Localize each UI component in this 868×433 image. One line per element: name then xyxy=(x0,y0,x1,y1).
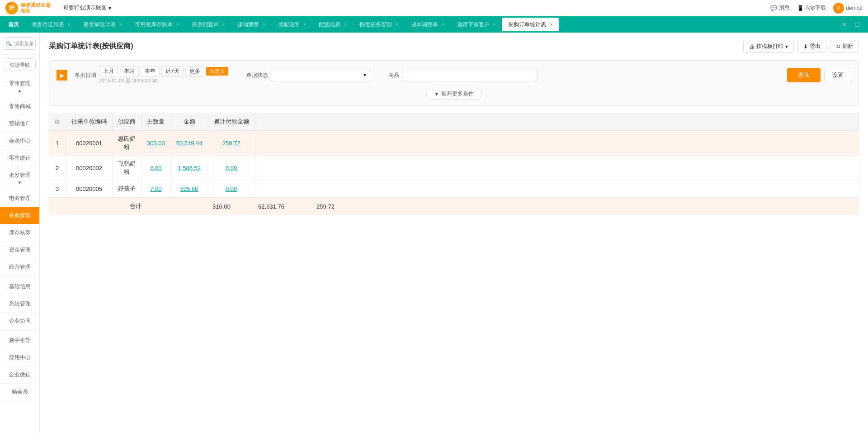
close-icon[interactable]: × xyxy=(68,22,71,27)
filter-toggle-btn[interactable]: ▶ xyxy=(57,70,67,81)
row-quantity-3: 7.00 xyxy=(142,181,171,197)
filter-this-year-btn[interactable]: 本年 xyxy=(141,66,160,76)
footer-quantity: 316.00 xyxy=(199,203,244,210)
chevron-down-icon: ▼ xyxy=(18,180,22,185)
maximize-btn[interactable]: □ xyxy=(852,19,863,30)
close-icon[interactable]: × xyxy=(222,22,225,27)
user-menu[interactable]: D demo2 xyxy=(833,3,863,14)
tab-peizhi[interactable]: 配置信息 × xyxy=(312,18,353,31)
table-header-row: ⚙ 往来单位编码 供应商 主数量 金额 累计付款金额 xyxy=(49,113,859,131)
close-icon[interactable]: × xyxy=(119,22,122,27)
template-print-btn[interactable]: 🖨 按模板打印 ▾ xyxy=(743,40,794,53)
settings-icon[interactable]: ⚙ xyxy=(54,118,60,125)
close-icon[interactable]: × xyxy=(550,22,552,27)
tab-gongneng[interactable]: 功能说明 × xyxy=(272,18,312,31)
row-supplier-1: 惠氏奶粉 xyxy=(113,131,142,156)
tab-shoufahui[interactable]: 收发存汇总表 × xyxy=(25,18,77,31)
sidebar-search-area: 🔍 搜索菜单 xyxy=(0,33,39,55)
close-icon[interactable]: × xyxy=(493,22,496,27)
close-icon[interactable]: × xyxy=(442,22,444,27)
row-code-1: 00020001 xyxy=(66,131,113,156)
export-btn[interactable]: ⬇ 导出 xyxy=(797,40,826,53)
table-container: ⚙ 往来单位编码 供应商 主数量 金额 累计付款金额 1 xyxy=(49,113,859,215)
main-layout: 🔍 搜索菜单 快捷导航 零售管理 ▲ 零售商城 营销推广 会员中心 零售统计 批… xyxy=(0,33,868,433)
row-paid-2: 0.00 xyxy=(208,156,255,181)
filter-status-item: 单据状态 ▾ xyxy=(246,69,370,81)
sidebar: 🔍 搜索菜单 快捷导航 零售管理 ▲ 零售商城 营销推广 会员中心 零售统计 批… xyxy=(0,33,40,433)
sidebar-item-caigougl[interactable]: 采购管理 xyxy=(0,207,39,224)
row-extra-1 xyxy=(255,131,859,156)
row-index-3: 3 xyxy=(49,181,66,197)
filter-goods-input[interactable]: ... xyxy=(402,69,538,81)
tab-keyong[interactable]: 可用量库存账本 × xyxy=(128,18,185,31)
close-icon[interactable]: × xyxy=(263,22,265,27)
footer-amount: 62,631.76 xyxy=(244,203,298,210)
close-icon[interactable]: × xyxy=(396,22,398,27)
tab-caigou[interactable]: 采购订单统计表 × xyxy=(502,18,559,31)
sidebar-item-huiyuan[interactable]: 会员中心 xyxy=(0,133,39,150)
filter-dates: 上月 本月 本年 近7天 更多 自定义 xyxy=(99,66,228,76)
sidebar-item-diandian[interactable]: 电商管理 xyxy=(0,190,39,207)
sidebar-item-xinshou[interactable]: 新手引导 xyxy=(0,332,39,349)
nav-tabs: 首页 收发存汇总表 × 要货单统计表 × 可用量库存账本 × 保质期查询 × 超… xyxy=(0,16,868,33)
tab-chengben[interactable]: 成本调整单 × xyxy=(405,18,451,31)
nav-tabs-end: × □ xyxy=(835,19,866,30)
quick-nav-btn[interactable]: 快捷导航 xyxy=(4,58,36,71)
data-table: ⚙ 往来单位编码 供应商 主数量 金额 累计付款金额 1 xyxy=(49,113,859,197)
sidebar-item-pifa[interactable]: 批发管理 ▼ xyxy=(0,167,39,190)
filter-this-month-btn[interactable]: 本月 xyxy=(120,66,139,76)
tab-zhiyun[interactable]: 拣货任务管理 × xyxy=(353,18,405,31)
refresh-btn[interactable]: ↻ 刷新 xyxy=(830,40,859,53)
sidebar-item-jingying[interactable]: 经营管理 xyxy=(0,259,39,276)
sidebar-item-weixin[interactable]: 企业微信 xyxy=(0,366,39,384)
query-btn[interactable]: 查询 xyxy=(787,68,821,82)
sidebar-item-yingxiao[interactable]: 营销推广 xyxy=(0,115,39,133)
chevron-down-icon: ▾ xyxy=(108,5,111,11)
tab-yaohuo[interactable]: 要货单统计表 × xyxy=(77,18,128,31)
sidebar-item-lingxiaotj[interactable]: 零售统计 xyxy=(0,150,39,167)
row-quantity-2: 6.00 xyxy=(142,156,171,181)
sidebar-item-zijin[interactable]: 资金管理 xyxy=(0,242,39,259)
sidebar-item-qiye[interactable]: 企业协同 xyxy=(0,313,39,330)
content-area: 采购订单统计表(按供应商) 🖨 按模板打印 ▾ ⬇ 导出 ↻ 刷新 xyxy=(40,33,868,433)
chevron-down-icon: ▾ xyxy=(363,72,366,78)
close-icon[interactable]: × xyxy=(303,22,306,27)
goods-placeholder: ... xyxy=(406,72,410,78)
row-index-1: 1 xyxy=(49,131,66,156)
refresh-icon: ↻ xyxy=(836,43,840,50)
filter-area: ▶ 单据日期 上月 本月 本年 近7天 更多 自定义 xyxy=(49,60,859,106)
page-actions: 🖨 按模板打印 ▾ ⬇ 导出 ↻ 刷新 xyxy=(743,40,859,53)
sidebar-item-shangcheng[interactable]: 零售商城 xyxy=(0,98,39,115)
sidebar-item-lingxiao[interactable]: 零售管理 ▲ xyxy=(0,75,39,98)
filter-status-select[interactable]: ▾ xyxy=(271,69,370,81)
filter-last-month-btn[interactable]: 上月 xyxy=(99,66,118,76)
tab-yaoqing[interactable]: 邀请下游客户 × xyxy=(451,18,502,31)
expand-btn[interactable]: ▼ 展开更多条件 xyxy=(426,88,481,100)
filter-7days-btn[interactable]: 近7天 xyxy=(161,66,184,76)
sidebar-item-jichu[interactable]: 基础信息 xyxy=(0,278,39,295)
export-icon: ⬇ xyxy=(803,43,808,50)
close-window-btn[interactable]: × xyxy=(839,19,850,30)
table-row: 2 00020002 飞鹤奶粉 6.00 1,586.52 0.00 xyxy=(49,156,859,181)
close-icon[interactable]: × xyxy=(344,22,347,27)
sidebar-item-changhui[interactable]: 畅会员 xyxy=(0,384,39,401)
row-supplier-3: 好孩子 xyxy=(113,181,142,197)
tab-chaochun[interactable]: 超储预警 × xyxy=(231,18,272,31)
sidebar-item-yingyong[interactable]: 应用中心 xyxy=(0,349,39,366)
settings-btn[interactable]: 设置 xyxy=(824,68,851,82)
logo-area: 好 畅捷通好生意 标版 xyxy=(5,2,51,14)
messages-btn[interactable]: 💬 消息 xyxy=(770,4,790,12)
app-download-btn[interactable]: 📱 App下载 xyxy=(797,4,826,12)
tab-home[interactable]: 首页 xyxy=(2,18,25,31)
workspace-selector[interactable]: 母婴行业演示账套 ▾ xyxy=(63,4,111,12)
filter-more-btn[interactable]: 更多 xyxy=(185,66,204,76)
page-header: 采购订单统计表(按供应商) 🖨 按模板打印 ▾ ⬇ 导出 ↻ 刷新 xyxy=(49,40,859,53)
top-bar: 好 畅捷通好生意 标版 母婴行业演示账套 ▾ 💬 消息 📱 App下载 D de… xyxy=(0,0,868,16)
tab-baozhi[interactable]: 保质期查询 × xyxy=(185,18,231,31)
sidebar-item-xitong[interactable]: 系统管理 xyxy=(0,295,39,313)
sidebar-item-kucun[interactable]: 库存核算 xyxy=(0,224,39,242)
close-icon[interactable]: × xyxy=(176,22,179,27)
search-menu-btn[interactable]: 🔍 搜索菜单 xyxy=(4,37,36,50)
col-code: 往来单位编码 xyxy=(66,113,113,131)
table-row: 1 00020001 惠氏奶粉 303.00 60,519.44 259.72 xyxy=(49,131,859,156)
